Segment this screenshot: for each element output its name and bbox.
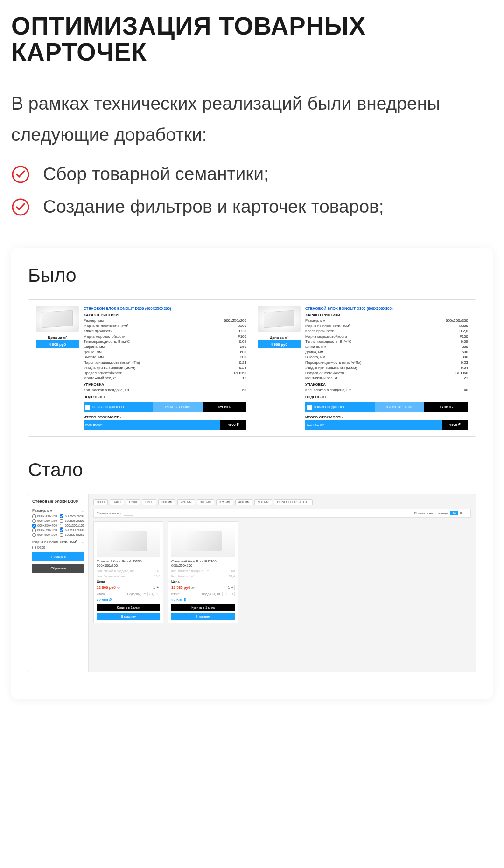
- bullet-text: Сбор товарной семантики;: [43, 159, 269, 189]
- product-card: Цена за м³ 4 900 руб СТЕНОВОЙ БЛОК BONOL…: [36, 306, 246, 429]
- filter-size-option[interactable]: 600x300x100: [60, 524, 84, 528]
- filter-reset-button[interactable]: Сбросить: [32, 564, 84, 573]
- total-label: ИТОГО СТОИМОСТЬ: [305, 415, 468, 419]
- pack-list: Кол. блоков в поддоне, шт60: [84, 388, 246, 393]
- pack-list: Кол. блоков в поддоне, шт40: [305, 388, 468, 393]
- total-label: ИТОГО СТОИМОСТЬ: [84, 415, 246, 419]
- product-card: Стеновой блок Bonolit D300 600x250x200 К…: [168, 521, 238, 623]
- price-value: 12 585 руб /м³: [171, 585, 195, 590]
- filter-chip[interactable]: 500 мм: [254, 499, 272, 505]
- add-to-cart-button[interactable]: В корзину: [171, 613, 235, 620]
- check-icon: [11, 165, 30, 184]
- filter-density-option[interactable]: D300: [32, 546, 57, 549]
- total-price: 4900 ₽: [442, 420, 468, 430]
- filter-density-label[interactable]: Марка по плотности, кг/м³: [32, 540, 84, 544]
- per-page-label: Показать на странице:: [414, 512, 448, 515]
- pallet-stepper[interactable]: - 1,8 +: [147, 592, 160, 596]
- total-price: 4900 ₽: [220, 420, 246, 430]
- before-screenshot: Цена за м³ 4 900 руб СТЕНОВОЙ БЛОК BONOL…: [28, 299, 476, 436]
- view-grid-icon[interactable]: ▦: [460, 511, 463, 515]
- price-value: 12 800 руб /м³: [97, 585, 120, 590]
- buy-1click-button[interactable]: КУПИТЬ В 1 КЛИК: [375, 402, 424, 412]
- product-name[interactable]: Стеновой блок Bonolit D300 600x250x200: [171, 559, 235, 568]
- filter-chip[interactable]: 400 мм: [235, 499, 252, 505]
- bullet-list: Сбор товарной семантики; Создание фильтр…: [11, 159, 493, 222]
- check-icon: [11, 198, 30, 216]
- total-sub: КОЛ-ВО М³: [305, 420, 442, 430]
- bullet-text: Создание фильтров и карточек товаров;: [43, 191, 384, 222]
- price-label: Цена за м³: [36, 335, 79, 340]
- product-image[interactable]: [97, 525, 160, 557]
- filter-size-option[interactable]: 600x500x200: [32, 533, 57, 537]
- after-title: Стало: [28, 459, 476, 481]
- price-label: Цена:: [97, 580, 160, 583]
- filter-chip[interactable]: BONOLIT PROJECTS: [274, 499, 313, 505]
- filter-size-option[interactable]: 600x250x200: [60, 514, 84, 518]
- filter-chip[interactable]: D600: [142, 499, 156, 505]
- product-title[interactable]: СТЕНОВОЙ БЛОК BONOLIT D300 (600X250X200): [84, 306, 246, 311]
- filter-size-option[interactable]: 600x250x250: [32, 519, 57, 523]
- product-image[interactable]: [171, 525, 235, 557]
- specs-heading: ХАРАКТЕРИСТИКИ: [305, 313, 468, 317]
- per-page-value[interactable]: 16: [450, 511, 458, 515]
- filter-chip[interactable]: 300 мм: [197, 499, 214, 505]
- filter-size-label[interactable]: Размер, мм: [32, 508, 84, 513]
- buy-button[interactable]: КУПИТЬ: [203, 402, 246, 412]
- sort-select[interactable]: [124, 511, 134, 516]
- filter-size-option[interactable]: 600x375x250: [60, 533, 84, 537]
- product-image: [36, 306, 79, 332]
- page-heading: ОПТИМИЗАЦИЯ ТОВАРНЫХ КАРТОЧЕК: [11, 13, 493, 65]
- buy-button[interactable]: КУПИТЬ: [424, 402, 468, 412]
- filter-chip[interactable]: D400: [110, 499, 124, 505]
- price-value: 4 900 руб: [36, 340, 79, 348]
- after-screenshot: Стеновые блоки D300 Размер, мм 600x200x2…: [28, 494, 476, 672]
- pack-heading: УПАКОВКА: [84, 382, 246, 387]
- qty-pallets[interactable]: КОЛ-ВО ПОДДОНОВ: [84, 402, 153, 412]
- product-card: Стеновой блок Bonolit D300 600x300x300 К…: [93, 521, 163, 623]
- filter-chip[interactable]: 250 мм: [177, 499, 195, 505]
- total-sub: КОЛ-ВО М³: [84, 420, 220, 430]
- filter-size-option[interactable]: 600x250x400: [32, 524, 57, 528]
- filter-size-option[interactable]: 600x200x250: [32, 514, 57, 518]
- filter-show-button[interactable]: Показать: [32, 552, 84, 561]
- pallet-stepper[interactable]: - 1,8 +: [222, 592, 235, 596]
- qty-stepper[interactable]: - 1 +: [149, 585, 160, 590]
- buy-1click-button[interactable]: Купить в 1 клик: [97, 604, 160, 611]
- product-image: [258, 306, 301, 332]
- specs-list: Размер, мм600x300x300Марка по плотности,…: [305, 318, 468, 381]
- total-price: 22 500 ₽: [171, 598, 235, 602]
- comparison-panel: Было Цена за м³ 4 900 руб СТЕНОВОЙ БЛОК …: [11, 248, 493, 699]
- specs-heading: ХАРАКТЕРИСТИКИ: [84, 313, 246, 317]
- qty-stepper[interactable]: - 1 +: [224, 585, 235, 590]
- filter-size-option[interactable]: 600x350x250: [32, 528, 57, 532]
- total-price: 22 500 ₽: [97, 598, 160, 602]
- filter-chip[interactable]: 200 мм: [158, 499, 175, 505]
- intro-text: В рамках технических реализаций были вне…: [11, 88, 493, 150]
- price-label: Цена за м³: [258, 335, 301, 340]
- qty-pallets[interactable]: КОЛ-ВО ПОДДОНОВ: [305, 402, 375, 412]
- filter-size-option[interactable]: 600x300x300: [60, 528, 84, 532]
- buy-1click-button[interactable]: Купить в 1 клик: [171, 604, 235, 611]
- price-value: 4 900 руб: [258, 340, 301, 348]
- filter-chip[interactable]: D300: [93, 499, 108, 505]
- filter-chip[interactable]: D500: [126, 499, 140, 505]
- product-name[interactable]: Стеновой блок Bonolit D300 600x300x300: [97, 559, 160, 568]
- price-label: Цена:: [171, 580, 235, 583]
- product-title[interactable]: СТЕНОВОЙ БЛОК BONOLIT D300 (600X300X300): [305, 306, 468, 311]
- product-card: Цена за м³ 4 900 руб СТЕНОВОЙ БЛОК BONOL…: [258, 306, 468, 429]
- pack-heading: УПАКОВКА: [305, 382, 468, 387]
- before-title: Было: [28, 264, 476, 286]
- more-link[interactable]: ПОДРОБНЕЕ: [305, 395, 468, 399]
- specs-list: Размер, мм600x250x200Марка по плотности,…: [84, 318, 246, 381]
- more-link[interactable]: ПОДРОБНЕЕ: [84, 395, 246, 399]
- filter-size-option[interactable]: 600x250x300: [60, 519, 84, 523]
- add-to-cart-button[interactable]: В корзину: [97, 613, 160, 620]
- sort-label: Сортировать по:: [97, 512, 121, 515]
- view-list-icon[interactable]: ☰: [465, 511, 468, 515]
- catalog-heading: Стеновые блоки D300: [32, 499, 84, 504]
- buy-1click-button[interactable]: КУПИТЬ В 1 КЛИК: [153, 402, 203, 412]
- filter-chip[interactable]: 375 мм: [216, 499, 233, 505]
